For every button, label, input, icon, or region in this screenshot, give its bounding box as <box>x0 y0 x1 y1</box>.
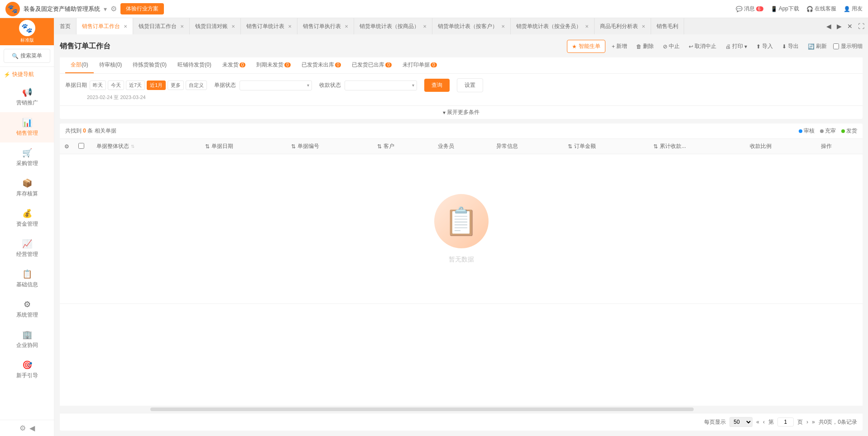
dropdown-btn[interactable]: ▾ <box>104 5 107 13</box>
new-btn[interactable]: + 新增 <box>609 40 630 52</box>
sidebar-item-finance[interactable]: 💰 资金管理 <box>0 203 54 233</box>
date-btn-more[interactable]: 更多 <box>168 81 184 90</box>
sub-tab-pending-inspect[interactable]: 待拣货验货(0) <box>127 57 172 73</box>
sidebar-item-sys-mgmt[interactable]: ⚙ 系统管理 <box>0 294 54 324</box>
tab-sales-stat[interactable]: 销售订单统计表 ✕ <box>241 18 297 34</box>
refresh-btn[interactable]: 🔄 刷新 <box>805 40 830 52</box>
tab-sales-stat-staff[interactable]: 销货单统计表（按业务员） ✕ <box>511 18 595 34</box>
horizontal-scrollbar-area[interactable] <box>60 406 863 413</box>
stop-btn[interactable]: ⊘ 中止 <box>660 40 682 52</box>
sub-tab-overdue[interactable]: 到期未发货0 <box>251 57 296 73</box>
tab-close-sales-workbench[interactable]: ✕ <box>124 24 127 29</box>
sub-tab-wangpu[interactable]: 旺铺待发货(0) <box>172 57 217 73</box>
prev-page-btn[interactable]: ‹ <box>763 419 765 425</box>
date-btn-yesterday[interactable]: 昨天 <box>90 81 106 90</box>
sub-tab-all[interactable]: 全部(0) <box>65 57 94 73</box>
tab-cash-daily[interactable]: 钱货日清工作台 ✕ <box>133 18 190 34</box>
tab-gross-margin[interactable]: 商品毛利分析表 ✕ <box>595 18 651 34</box>
sidebar-collapse-btn[interactable]: ◀ <box>29 424 35 432</box>
sub-tab-not-printed[interactable]: 未打印单据0 <box>397 57 442 73</box>
date-btn-7days[interactable]: 近7天 <box>126 81 145 90</box>
page-number-input[interactable] <box>777 417 794 427</box>
settings-btn[interactable]: ⚙ <box>110 5 117 13</box>
tab-close-sales-exec[interactable]: ✕ <box>345 24 348 29</box>
tab-sales-workbench[interactable]: 销售订单工作台 ✕ <box>77 18 133 34</box>
quick-nav-icon: ⚡ <box>4 71 10 78</box>
experience-btn[interactable]: 体验行业方案 <box>120 3 164 14</box>
sidebar-item-purchase-mgmt[interactable]: 🛒 采购管理 <box>0 142 54 173</box>
search-menu-btn[interactable]: 🔍 搜索菜单 <box>4 49 50 63</box>
th-date-sort[interactable]: ⇅ 单据日期 <box>205 142 282 150</box>
tab-sales-profit[interactable]: 销售毛利 <box>651 18 684 34</box>
payment-select[interactable] <box>345 81 417 90</box>
user-btn[interactable]: 👤 用友 <box>844 5 863 13</box>
tab-close-sales-stat-staff[interactable]: ✕ <box>585 24 589 29</box>
th-status-sort[interactable]: 单据整体状态 ⇅ <box>96 142 196 150</box>
tab-home[interactable]: 首页 <box>54 18 77 34</box>
import-btn[interactable]: ⬆ 导入 <box>753 40 776 52</box>
select-all-checkbox[interactable] <box>78 143 84 149</box>
th-exception: 异常信息 <box>492 139 563 154</box>
delete-btn[interactable]: 🗑 删除 <box>633 40 657 52</box>
date-btn-custom[interactable]: 自定义 <box>186 81 207 90</box>
status-select[interactable] <box>240 81 312 90</box>
ship-action[interactable]: 发货 <box>841 127 857 135</box>
last-page-btn[interactable]: » <box>812 419 815 425</box>
next-page-btn[interactable]: › <box>806 419 808 425</box>
tab-close-sales-stat[interactable]: ✕ <box>288 24 292 29</box>
sidebar-item-sales-promo[interactable]: 📢 营销推广 <box>0 82 54 112</box>
sidebar-item-ops-mgmt[interactable]: 📈 经营管理 <box>0 233 54 264</box>
tab-cash-reconcile[interactable]: 钱货日清对账 ✕ <box>190 18 241 34</box>
tab-sales-stat-product[interactable]: 销货单统计表（按商品） ✕ <box>354 18 432 34</box>
date-btn-1month[interactable]: 近1月 <box>147 81 166 90</box>
online-service-btn[interactable]: 🎧 在线客服 <box>806 5 836 13</box>
print-btn[interactable]: 🖨 打印 ▾ <box>723 40 750 52</box>
tab-close-sales-stat-product[interactable]: ✕ <box>423 24 427 29</box>
app-download-btn[interactable]: 📱 App下载 <box>771 5 799 13</box>
tab-close-sales-stat-customer[interactable]: ✕ <box>501 24 505 29</box>
sidebar-item-inventory[interactable]: 📦 库存核算 <box>0 173 54 203</box>
query-btn[interactable]: 查询 <box>424 79 450 92</box>
tab-prev-btn[interactable]: ◀ <box>825 22 833 31</box>
status-select-wrapper: ▾ <box>240 81 312 90</box>
sidebar-item-basic-info[interactable]: 📋 基础信息 <box>0 264 54 294</box>
export-btn[interactable]: ⬇ 导出 <box>779 40 801 52</box>
show-detail-label: 显示明细 <box>833 43 863 50</box>
sub-tab-shipped-out[interactable]: 已发货已出库0 <box>346 57 397 73</box>
sub-tab-shipped-not-out[interactable]: 已发货未出库0 <box>296 57 347 73</box>
msg-btn[interactable]: 💬 消息 6 <box>736 5 763 13</box>
page-content: 销售订单工作台 ★ 智能生单 + 新增 🗑 删除 ⊘ <box>54 34 868 436</box>
sidebar-item-sales-mgmt[interactable]: 📊 销售管理 <box>0 112 54 142</box>
th-received-sort[interactable]: ⇅ 累计收款... <box>653 142 741 150</box>
sidebar-item-newbie[interactable]: 🎯 新手引导 <box>0 355 54 385</box>
tab-close-cash-daily[interactable]: ✕ <box>180 24 184 29</box>
filter-settings-btn[interactable]: 设置 <box>457 78 483 92</box>
th-customer-sort[interactable]: ⇅ 客户 <box>377 142 429 150</box>
date-range-display: 2023-02-24 至 2023-03-24 <box>65 94 857 101</box>
tab-maximize-btn[interactable]: ⛶ <box>856 22 866 31</box>
tab-sales-stat-customer[interactable]: 销货单统计表（按客户） ✕ <box>432 18 511 34</box>
expand-conditions-btn[interactable]: ▾ 展开更多条件 <box>443 109 480 116</box>
th-order-amount-sort[interactable]: ⇅ 订单金额 <box>568 142 645 150</box>
tab-close-all-btn[interactable]: ✕ <box>845 22 854 31</box>
th-number-sort[interactable]: ⇅ 单据编号 <box>291 142 368 150</box>
page-size-select[interactable]: 50 10 20 100 <box>729 417 753 427</box>
tab-close-cash-reconcile[interactable]: ✕ <box>231 24 235 29</box>
review-action[interactable]: 审核 <box>799 127 815 135</box>
first-page-btn[interactable]: « <box>756 419 759 425</box>
date-btn-today[interactable]: 今天 <box>108 81 124 90</box>
sub-tab-pending-review[interactable]: 待审核(0) <box>94 57 128 73</box>
logo-icon: 🐾 <box>5 2 20 16</box>
sidebar-item-enterprise[interactable]: 🏢 企业协同 <box>0 324 54 355</box>
tab-sales-exec[interactable]: 销售订单执行表 ✕ <box>297 18 354 34</box>
filter-inner: 单据日期 昨天 今天 近7天 近1月 更多 自定义 单据状态 <box>65 78 857 92</box>
sidebar-settings-btn[interactable]: ⚙ <box>19 424 26 432</box>
tab-close-gross-margin[interactable]: ✕ <box>642 24 645 29</box>
unreviewed-action[interactable]: 充审 <box>820 127 836 135</box>
tab-next-btn[interactable]: ▶ <box>835 22 844 31</box>
show-detail-checkbox[interactable] <box>833 43 839 49</box>
sub-tab-not-shipped[interactable]: 未发货0 <box>217 57 251 73</box>
cancel-stop-btn[interactable]: ↩ 取消中止 <box>686 40 719 52</box>
smart-gen-btn[interactable]: ★ 智能生单 <box>567 40 605 53</box>
column-settings-icon[interactable]: ⚙ <box>64 143 69 150</box>
